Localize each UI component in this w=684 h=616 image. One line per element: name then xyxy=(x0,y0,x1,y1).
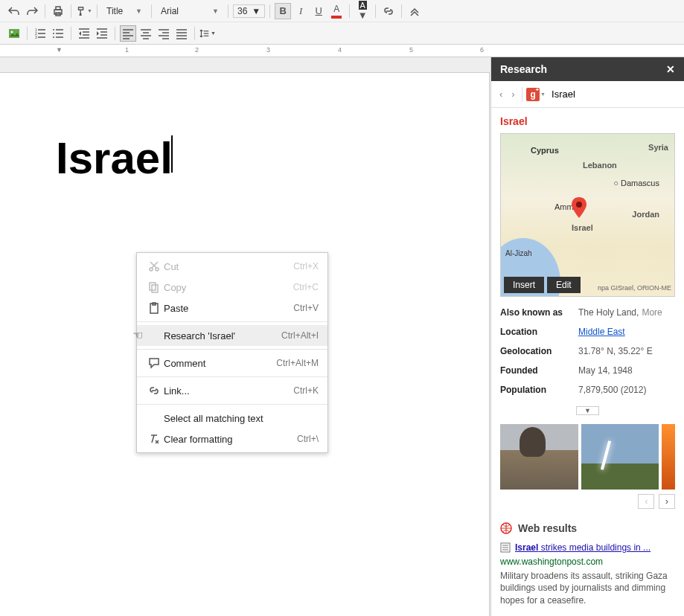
ctx-link[interactable]: Link... Ctrl+K xyxy=(137,380,327,401)
insert-link-button[interactable] xyxy=(380,3,397,19)
research-nav: ‹ › g+▼ xyxy=(491,81,684,108)
nav-back-button[interactable]: ‹ xyxy=(497,87,505,102)
font-value: Arial xyxy=(161,6,179,16)
ruler-number: 4 xyxy=(338,46,342,54)
map-edit-button[interactable]: Edit xyxy=(547,277,581,293)
search-provider-select[interactable]: g+▼ xyxy=(526,88,546,101)
clear-format-icon xyxy=(146,433,162,445)
bold-button[interactable]: B xyxy=(275,3,291,19)
web-result-title[interactable]: Israel strikes media buildings in ... xyxy=(500,542,675,554)
thumb-next-button[interactable]: › xyxy=(659,494,675,509)
scissors-icon xyxy=(146,260,162,272)
svg-text:3: 3 xyxy=(35,35,37,39)
align-right-button[interactable] xyxy=(156,25,172,42)
ctx-label: Link... xyxy=(162,385,293,397)
more-link[interactable]: More xyxy=(642,307,662,318)
map-pin-icon xyxy=(572,197,586,218)
ruler-marker: ▼ xyxy=(56,46,63,54)
text-color-button[interactable]: A xyxy=(328,3,345,19)
info-label: Location xyxy=(500,327,578,337)
separator xyxy=(115,27,115,40)
outdent-button[interactable] xyxy=(76,25,92,42)
ctx-shortcut: Ctrl+V xyxy=(293,303,319,313)
indent-button[interactable] xyxy=(94,25,110,42)
research-search-input[interactable] xyxy=(550,87,678,101)
web-result-item: Israel strikes media buildings in ... ww… xyxy=(500,542,675,607)
thumbnail-image[interactable] xyxy=(662,424,675,490)
research-header: Research ✕ xyxy=(491,57,684,81)
thumb-prev-button[interactable]: ‹ xyxy=(638,494,654,509)
numbered-list-button[interactable]: 123 xyxy=(32,25,48,42)
separator xyxy=(349,4,350,18)
horizontal-ruler[interactable]: ▼ 1 2 3 4 5 6 xyxy=(0,45,684,57)
info-value: Middle East xyxy=(578,327,675,337)
location-link[interactable]: Middle East xyxy=(578,327,625,337)
map-label: Israel xyxy=(572,223,593,232)
info-value: The Holy Land,More xyxy=(578,307,675,318)
svg-point-12 xyxy=(53,33,54,34)
separator xyxy=(97,4,98,18)
print-button[interactable] xyxy=(50,3,66,19)
align-center-button[interactable] xyxy=(138,25,154,42)
info-value: 7,879,500 (2012) xyxy=(578,385,675,395)
paint-format-button[interactable]: ▼ xyxy=(76,3,92,19)
redo-button[interactable] xyxy=(24,3,40,19)
collapse-toolbar-button[interactable] xyxy=(406,3,423,19)
ctx-label: Copy xyxy=(162,282,293,293)
font-size-select[interactable]: 36▼ xyxy=(233,4,265,18)
separator xyxy=(375,4,376,18)
close-icon[interactable]: ✕ xyxy=(666,63,675,75)
toolbar-formatting: ▼ Title▼ Arial▼ 36▼ B I U A A▼ xyxy=(0,0,684,22)
line-spacing-button[interactable]: ▼ xyxy=(199,25,216,42)
menu-separator xyxy=(137,376,327,377)
separator xyxy=(27,27,28,40)
link-icon xyxy=(146,385,162,397)
research-panel: Research ✕ ‹ › g+▼ Israel Cyprus Syria L… xyxy=(490,57,684,616)
chevron-down-icon: ▼ xyxy=(540,92,546,97)
result-map[interactable]: Cyprus Syria Lebanon ○ Damascus Amman Is… xyxy=(500,133,675,297)
web-result-url: www.washingtonpost.com xyxy=(500,556,675,568)
expand-info-button[interactable]: ▼ xyxy=(500,404,675,415)
bulleted-list-button[interactable] xyxy=(50,25,66,42)
thumbnail-image[interactable] xyxy=(581,424,659,490)
map-label: Jordan xyxy=(632,210,659,219)
ctx-comment[interactable]: Comment Ctrl+Alt+M xyxy=(137,353,327,373)
highlight-color-button[interactable]: A▼ xyxy=(354,3,371,19)
chevron-down-icon: ▼ xyxy=(212,7,219,15)
ctx-select-matching[interactable]: Select all matching text xyxy=(137,408,327,429)
map-insert-button[interactable]: Insert xyxy=(504,277,544,293)
undo-button[interactable] xyxy=(6,3,22,19)
ruler-number: 6 xyxy=(480,46,484,54)
thumbnail-nav: ‹ › xyxy=(500,494,675,509)
ruler-number: 3 xyxy=(266,46,270,54)
info-label: Also known as xyxy=(500,307,578,318)
align-left-button[interactable] xyxy=(120,25,136,42)
svg-rect-3 xyxy=(9,29,19,38)
nav-forward-button[interactable]: › xyxy=(509,87,517,102)
text-cursor xyxy=(171,135,173,173)
document-title-text[interactable]: Israel xyxy=(56,133,173,183)
ctx-paste[interactable]: Paste Ctrl+V xyxy=(137,298,327,318)
insert-image-button[interactable] xyxy=(6,25,22,42)
info-value: 31.78° N, 35.22° E xyxy=(578,346,675,356)
web-results-label: Web results xyxy=(518,522,577,534)
svg-point-13 xyxy=(53,36,54,38)
news-icon xyxy=(500,542,511,553)
separator xyxy=(269,4,270,18)
font-family-select[interactable]: Arial▼ xyxy=(156,4,223,18)
italic-button[interactable]: I xyxy=(293,3,309,19)
svg-point-44 xyxy=(150,268,153,271)
thumbnail-image[interactable] xyxy=(500,424,578,490)
research-title: Research xyxy=(500,63,547,75)
paragraph-style-select[interactable]: Title▼ xyxy=(102,4,147,18)
hand-cursor-icon: ☜ xyxy=(132,328,143,342)
ctx-research[interactable]: ☜ Research 'Israel' Ctrl+Alt+I xyxy=(137,325,327,346)
chevron-down-icon: ▼ xyxy=(576,406,599,415)
ctx-clear-formatting[interactable]: Clear formatting Ctrl+\ xyxy=(137,429,327,449)
ctx-shortcut: Ctrl+\ xyxy=(297,434,319,444)
image-thumbnails xyxy=(500,424,675,490)
underline-button[interactable]: U xyxy=(310,3,327,19)
context-menu: Cut Ctrl+X Copy Ctrl+C Paste Ctrl+V ☜ Re… xyxy=(136,252,328,453)
info-row-aka: Also known as The Holy Land,More xyxy=(500,303,675,322)
align-justify-button[interactable] xyxy=(173,25,190,42)
